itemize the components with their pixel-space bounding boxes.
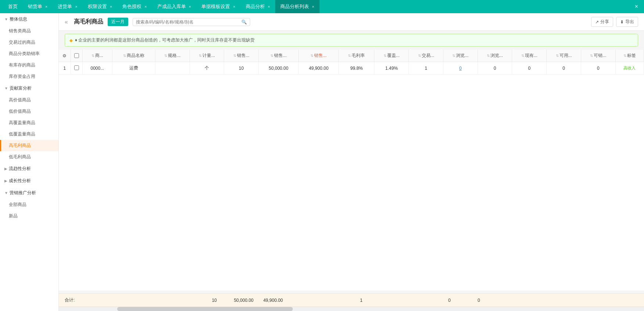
col-sort-icon: ⇅ xyxy=(91,54,94,58)
cell-sales-profit: 49,900.00 xyxy=(299,62,339,75)
footer-sales-amount: 50,000.00 xyxy=(229,298,258,303)
col-name[interactable]: ⇅商品名称 xyxy=(112,50,155,62)
share-icon: ↗ xyxy=(595,19,599,25)
nav-item-product-entry[interactable]: 产成品入库单 × xyxy=(152,0,196,13)
nav-item-analysis-list[interactable]: 商品分析列表 × xyxy=(275,0,319,13)
col-tag[interactable]: ⇅标签 xyxy=(615,50,644,62)
col-coverage[interactable]: ⇅覆盖... xyxy=(374,50,409,62)
sidebar-item-high-coverage[interactable]: 高覆盖量商品 xyxy=(0,117,58,129)
header-actions: ↗ 分享 ⬇ 导出 xyxy=(591,17,638,27)
table-header-row: ⚙ ⇅商... ⇅商品名称 ⇅规格... xyxy=(59,50,644,62)
sidebar-group-overall[interactable]: ▼ 整体信息 xyxy=(0,13,58,25)
sidebar-item-high-value[interactable]: 高价值商品 xyxy=(0,94,58,106)
sidebar-group-flow[interactable]: ▶ 流趋性分析 xyxy=(0,163,58,175)
col-gross-margin[interactable]: ⇅毛利率 xyxy=(339,50,374,62)
sidebar-group-marketing[interactable]: ▼ 营销推广分析 xyxy=(0,187,58,199)
col-spec[interactable]: ⇅规格... xyxy=(155,50,190,62)
col-sort-icon-11: ⇅ xyxy=(452,54,455,58)
sidebar-item-category-rate[interactable]: 商品分类助销率 xyxy=(0,48,58,59)
info-banner-text: ♦ 企业的主要的利润都是这部分商品创造的，可考虑加大推广，同时关注库存是不要出现… xyxy=(75,37,255,43)
col-sort-icon-16: ⇅ xyxy=(623,54,626,58)
sidebar-item-low-value[interactable]: 低价值商品 xyxy=(0,106,58,117)
export-button[interactable]: ⬇ 导出 xyxy=(616,17,638,27)
col-sales-qty[interactable]: ⇅销售... xyxy=(224,50,259,62)
col-sellable[interactable]: ⇅可销... xyxy=(581,50,615,62)
col-current-stock[interactable]: ⇅现有... xyxy=(512,50,547,62)
nav-close-sales[interactable]: × xyxy=(45,4,47,9)
sidebar-item-in-stock[interactable]: 有库存的商品 xyxy=(0,59,58,71)
nav-item-home[interactable]: 首页 xyxy=(3,0,23,13)
search-icon[interactable]: 🔍 xyxy=(241,19,247,25)
col-checkbox[interactable] xyxy=(71,50,82,62)
col-available[interactable]: ⇅可用... xyxy=(547,50,581,62)
tag-badge: 高收入 xyxy=(623,66,636,70)
sidebar-item-traded-goods[interactable]: 交易过的商品 xyxy=(0,37,58,48)
nav-item-role[interactable]: 角色授权 × xyxy=(117,0,152,13)
footer-available: 0 xyxy=(464,298,493,303)
sidebar-item-sales-goods[interactable]: 销售类商品 xyxy=(0,25,58,37)
nav-close-permission[interactable]: × xyxy=(110,4,112,9)
nav-close-product-analysis[interactable]: × xyxy=(268,4,270,9)
sidebar-group-contribution[interactable]: ▼ 贡献富分析 xyxy=(0,82,58,94)
select-all-checkbox[interactable] xyxy=(74,53,79,58)
sidebar-item-high-margin[interactable]: 高毛利商品 xyxy=(0,140,58,151)
chevron-right-icon-2: ▶ xyxy=(4,179,7,183)
table-footer: 合计: 10 50,000.00 49,900.00 1 0 0 xyxy=(59,293,644,307)
content-header: « 高毛利商品 近一月 🔍 ↗ 分享 ⬇ 导出 xyxy=(59,13,644,31)
nav-close-product-entry[interactable]: × xyxy=(189,4,191,9)
sidebar-item-stock-capital[interactable]: 库存资金占用 xyxy=(0,71,58,82)
chevron-down-icon: ▼ xyxy=(4,17,8,21)
col-browse2[interactable]: ⇅浏览... xyxy=(478,50,512,62)
main-layout: ▼ 整体信息 销售类商品 交易过的商品 商品分类助销率 有库存的商品 库存资金占… xyxy=(0,13,644,311)
col-settings[interactable]: ⚙ xyxy=(59,50,71,62)
sidebar-group-growth[interactable]: ▶ 成长性分析 xyxy=(0,175,58,187)
nav-item-sales[interactable]: 销货单 × xyxy=(23,0,53,13)
nav-close-purchase[interactable]: × xyxy=(75,4,77,9)
collapse-button[interactable]: « xyxy=(65,19,68,25)
row-checkbox[interactable] xyxy=(74,65,79,70)
top-navigation: 首页 销货单 × 进货单 × 权限设置 × 角色授权 × 产成品入库单 × 单据… xyxy=(0,0,644,13)
window-close-button[interactable]: × xyxy=(632,3,641,10)
nav-close-template[interactable]: × xyxy=(233,4,235,9)
cell-sales-amount: 50,000.00 xyxy=(259,62,299,75)
horizontal-scrollbar[interactable] xyxy=(59,307,644,311)
share-button[interactable]: ↗ 分享 xyxy=(591,17,613,27)
sidebar: ▼ 整体信息 销售类商品 交易过的商品 商品分类助销率 有库存的商品 库存资金占… xyxy=(0,13,59,311)
col-sort-icon-9: ⇅ xyxy=(384,54,386,58)
browse-link[interactable]: 0 xyxy=(459,66,462,71)
search-input[interactable] xyxy=(136,19,240,25)
col-transactions[interactable]: ⇅交易... xyxy=(409,50,443,62)
col-sort-icon-10: ⇅ xyxy=(418,54,421,58)
sidebar-item-all-goods[interactable]: 全部商品 xyxy=(0,199,58,210)
nav-item-product-analysis[interactable]: 商品分析 × xyxy=(241,0,275,13)
footer-label: 合计: xyxy=(65,297,75,303)
time-filter-button[interactable]: 近一月 xyxy=(108,18,128,26)
info-banner: ◆ ♦ 企业的主要的利润都是这部分商品创造的，可考虑加大推广，同时关注库存是不要… xyxy=(65,34,638,47)
table-row: 1 0000... 运费 个 10 50,000.00 49,900.00 99… xyxy=(59,62,644,75)
col-code[interactable]: ⇅商... xyxy=(82,50,112,62)
cell-checkbox[interactable] xyxy=(71,62,82,75)
chevron-right-icon: ▶ xyxy=(4,167,7,171)
page-title: 高毛利商品 xyxy=(74,18,103,26)
col-sales-profit[interactable]: ⇅销售... xyxy=(299,50,339,62)
nav-item-template[interactable]: 单据模板设置 × xyxy=(196,0,240,13)
nav-item-permission[interactable]: 权限设置 × xyxy=(83,0,117,13)
nav-close-role[interactable]: × xyxy=(144,4,147,9)
sidebar-item-low-margin[interactable]: 低毛利商品 xyxy=(0,151,58,163)
sidebar-item-low-coverage[interactable]: 低覆盖量商品 xyxy=(0,129,58,140)
export-icon: ⬇ xyxy=(620,19,624,25)
scrollbar-thumb[interactable] xyxy=(117,307,293,311)
nav-item-purchase[interactable]: 进货单 × xyxy=(53,0,82,13)
sidebar-item-new-goods[interactable]: 新品 xyxy=(0,210,58,222)
cell-coverage: 1.49% xyxy=(374,62,409,75)
cell-index: 1 xyxy=(59,62,71,75)
col-sort-icon-14: ⇅ xyxy=(556,54,559,58)
cell-sellable: 0 xyxy=(581,62,615,75)
nav-close-analysis-list[interactable]: × xyxy=(312,4,314,9)
col-browse1[interactable]: ⇅浏览... xyxy=(443,50,478,62)
tip-icon: ◆ xyxy=(69,38,73,43)
col-sales-amount[interactable]: ⇅销售... xyxy=(259,50,299,62)
col-unit[interactable]: ⇅计量... xyxy=(190,50,224,62)
cell-gross-margin: 99.8% xyxy=(339,62,374,75)
cell-browse1[interactable]: 0 xyxy=(443,62,478,75)
